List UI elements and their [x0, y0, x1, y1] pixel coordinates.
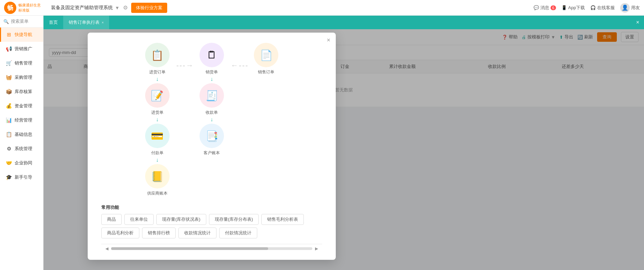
sidebar-item-finance[interactable]: 💰资金管理: [0, 99, 43, 113]
func-btn-付款情况统计[interactable]: 付款情况统计: [219, 228, 257, 238]
receipt-node[interactable]: 🧾 收款单: [199, 83, 224, 115]
avatar: 👤: [620, 3, 630, 13]
arrow-left-1: ← - - -: [231, 61, 247, 70]
arrow-down-4: ↓: [210, 76, 213, 82]
dropdown-icon[interactable]: ▼: [115, 5, 120, 11]
sales-order-node[interactable]: 📄 销售订单: [254, 43, 278, 75]
purchase-order-circle: 📋: [145, 43, 170, 67]
operations-icon: 📊: [6, 117, 12, 123]
func-btn-现存量(库存状况表)[interactable]: 现存量(库存状况表): [156, 214, 206, 225]
func-btn-收款情况统计[interactable]: 收款情况统计: [178, 228, 216, 238]
supplier-account-node[interactable]: 📒 供应商账本: [145, 164, 170, 196]
func-btn-往来单位[interactable]: 往来单位: [124, 214, 154, 225]
sidebar-item-label: 销售管理: [15, 60, 32, 66]
sales-bill-circle: 🗒: [199, 43, 224, 67]
sidebar-item-label: 经营管理: [15, 117, 32, 123]
func-btn-商品毛利分析[interactable]: 商品毛利分析: [101, 228, 139, 238]
sidebar-item-operations[interactable]: 📊经营管理: [0, 113, 43, 127]
online-service-item[interactable]: 🎧 在线客服: [590, 5, 615, 11]
scroll-right-arrow[interactable]: ▶: [315, 246, 318, 251]
sidebar-item-quick-nav[interactable]: ⊞快捷导航: [0, 28, 43, 42]
func-btn-销售毛利分析表[interactable]: 销售毛利分析表: [261, 214, 304, 225]
sidebar-item-label: 采购管理: [15, 74, 32, 80]
sales-bill-node[interactable]: 🗒 销货单: [199, 43, 224, 75]
sidebar-item-basic-info[interactable]: 📋基础信息: [0, 127, 43, 142]
purchase-bill-circle: 📝: [145, 83, 170, 108]
tab-home[interactable]: 首页: [43, 16, 63, 29]
message-item[interactable]: 💬 消息 6: [534, 5, 556, 11]
sales-order-label: 销售订单: [258, 69, 274, 75]
window-close-button[interactable]: ×: [631, 19, 644, 25]
sidebar-item-label: 系统管理: [15, 146, 32, 152]
purchase-mgmt-icon: 🧺: [6, 74, 12, 80]
receipt-label: 收款单: [206, 110, 218, 115]
customer-account-label: 客户账本: [204, 150, 220, 156]
message-icon: 💬: [534, 5, 539, 10]
sidebar-item-label: 营销推广: [15, 46, 32, 52]
sidebar-item-label: 基础信息: [15, 131, 32, 138]
purchase-order-node[interactable]: 📋 进货订单: [145, 43, 170, 75]
supplier-account-label: 供应商账本: [147, 191, 168, 196]
sidebar-item-label: 资金管理: [15, 103, 32, 109]
tab-close-icon[interactable]: ×: [102, 20, 104, 24]
sidebar-item-label: 库存核算: [15, 89, 32, 95]
customer-account-node[interactable]: 📑 客户账本: [199, 124, 224, 156]
sys-mgmt-icon: ⚙: [6, 146, 12, 152]
sidebar-item-enterprise[interactable]: 🤝企业协同: [0, 156, 43, 170]
message-badge: 6: [551, 5, 556, 10]
sidebar-item-new-guide[interactable]: 🎓新手引导: [0, 170, 43, 184]
arrow-down-1: ↓: [156, 76, 159, 82]
sidebar-item-inventory[interactable]: 📦库存核算: [0, 85, 43, 99]
inventory-icon: 📦: [6, 89, 12, 95]
user-item[interactable]: 👤 用友: [620, 3, 640, 13]
arrow-right-1: - - - →: [176, 61, 193, 70]
tab-sales-execution[interactable]: 销售订单执行表 ×: [63, 16, 109, 29]
app-download-item[interactable]: 📱 App下载: [561, 5, 585, 11]
tabs-bar: 首页 销售订单执行表 × ×: [43, 16, 644, 29]
finance-icon: 💰: [6, 103, 12, 109]
sidebar-item-sys-mgmt[interactable]: ⚙系统管理: [0, 142, 43, 156]
arrow-down-3: ↓: [156, 157, 159, 163]
sidebar: 🔍 搜索菜单 ⊞快捷导航📢营销推广🛒销售管理🧺采购管理📦库存核算💰资金管理📊经营…: [0, 16, 43, 270]
sidebar-item-sales-mgmt[interactable]: 🛒销售管理: [0, 56, 43, 70]
headset-icon: 🎧: [590, 5, 596, 10]
sidebar-item-label: 企业协同: [15, 160, 32, 166]
scroll-left-arrow[interactable]: ◀: [105, 246, 108, 251]
new-guide-icon: 🎓: [6, 174, 12, 180]
sidebar-item-purchase-mgmt[interactable]: 🧺采购管理: [0, 70, 43, 85]
purchase-bill-node[interactable]: 📝 进货单: [145, 83, 170, 115]
scroll-indicator: ◀ ▶: [101, 244, 322, 253]
modal-box: × 📋 进货订单 ↓: [88, 33, 336, 260]
sidebar-item-label: 新手引导: [15, 174, 32, 180]
sidebar-item-marketing[interactable]: 📢营销推广: [0, 42, 43, 56]
purchase-order-label: 进货订单: [149, 69, 166, 75]
sidebar-item-label: 快捷导航: [15, 32, 32, 38]
marketing-icon: 📢: [6, 46, 12, 52]
payment-node[interactable]: 💳 付款单: [145, 124, 170, 156]
func-btn-商品[interactable]: 商品: [101, 214, 122, 225]
func-btn-销售排行榜[interactable]: 销售排行榜: [142, 228, 176, 238]
payment-label: 付款单: [151, 150, 163, 156]
gear-button[interactable]: ⚙: [123, 4, 128, 11]
phone-icon: 📱: [561, 5, 567, 10]
scroll-bar[interactable]: [111, 247, 312, 250]
customer-account-circle: 📑: [199, 124, 224, 148]
logo-text: 畅康通好生意 标准版: [18, 3, 41, 13]
top-right-area: 💬 消息 6 📱 App下载 🎧 在线客服 👤 用友: [534, 3, 640, 13]
logo-icon: 畅: [4, 2, 16, 14]
far-right-column: 📄 销售订单: [247, 43, 285, 75]
left-flow-column: 📋 进货订单 ↓ 📝 进货单: [138, 43, 176, 196]
modal-overlay[interactable]: × 📋 进货订单 ↓: [43, 29, 644, 270]
logo-area: 畅 畅康通好生意 标准版: [4, 2, 48, 14]
sales-order-circle: 📄: [254, 43, 278, 67]
quick-nav-icon: ⊞: [6, 32, 12, 38]
scroll-thumb: [111, 247, 268, 250]
tab-content: ❓ 帮助 🖨 按模板打印 ▼ ⬆ 导出 🔄 刷新: [43, 29, 644, 270]
experience-button[interactable]: 体验行业方案: [131, 3, 167, 13]
flow-diagram: 📋 进货订单 ↓ 📝 进货单: [101, 43, 322, 196]
search-menu[interactable]: 🔍 搜索菜单: [0, 16, 43, 28]
sales-mgmt-icon: 🛒: [6, 60, 12, 66]
func-btn-现存量(库存分布表)[interactable]: 现存量(库存分布表): [209, 214, 259, 225]
common-funcs-title: 常用功能: [101, 204, 322, 211]
modal-close-button[interactable]: ×: [327, 37, 330, 44]
